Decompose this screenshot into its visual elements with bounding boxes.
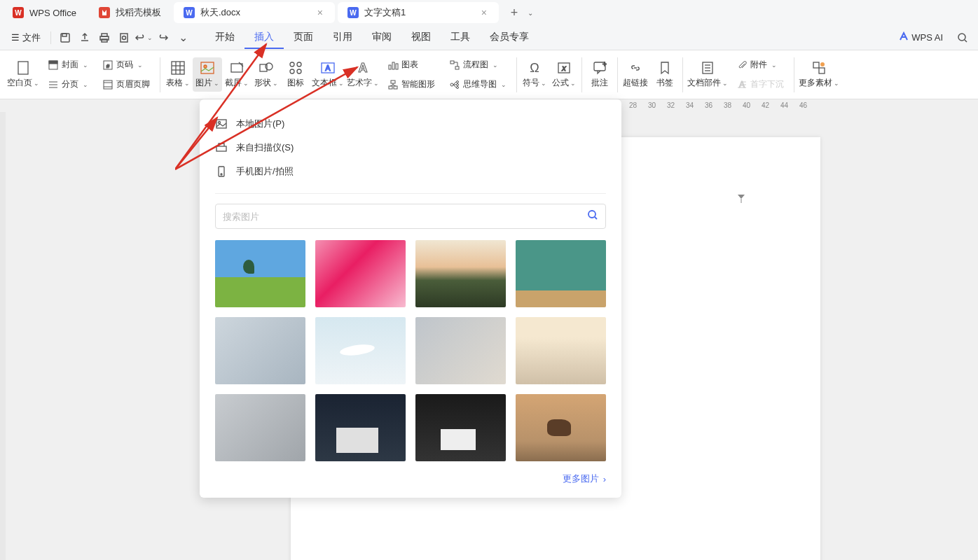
stock-image-thinking[interactable] <box>415 394 506 461</box>
page-number-button[interactable]: #页码⌄ <box>99 56 153 74</box>
svg-rect-65 <box>813 62 819 68</box>
wordart-button[interactable]: A 艺术字⌄ <box>345 57 380 92</box>
more-quick-access[interactable]: ⌄ <box>173 28 193 48</box>
tab-insert[interactable]: 插入 <box>245 27 284 49</box>
svg-rect-47 <box>455 66 459 69</box>
ruler-tick: 28 <box>629 102 637 109</box>
flowchart-button[interactable]: 流程图⌄ <box>446 56 509 74</box>
mindmap-button[interactable]: 思维导图⌄ <box>446 76 509 94</box>
ruler-tick: 40 <box>743 102 750 109</box>
search-icon[interactable] <box>587 209 598 223</box>
item-label: 本地图片(P) <box>236 118 284 130</box>
print-preview-icon[interactable] <box>114 28 134 48</box>
add-tab-button[interactable]: + <box>506 4 523 21</box>
hamburger-icon: ☰ <box>11 32 20 43</box>
stock-image-cheering[interactable] <box>315 394 406 461</box>
label: 分页 <box>62 78 78 90</box>
save-icon[interactable] <box>55 28 75 48</box>
separator <box>160 57 160 92</box>
stock-image-horse[interactable] <box>516 394 606 461</box>
more-images-link[interactable]: 更多图片 › <box>200 461 621 485</box>
break-button[interactable]: 分页⌄ <box>45 76 91 94</box>
blank-page-button[interactable]: 空白页⌄ <box>6 57 41 92</box>
ruler-tick: 42 <box>762 102 769 109</box>
close-icon[interactable]: × <box>479 8 489 18</box>
picture-dropdown: 本地图片(P) 来自扫描仪(S) 手机图片/拍照 更多图片 › <box>200 99 621 498</box>
tab-document-2[interactable]: W 文字文稿1 × <box>338 2 499 23</box>
symbol-button[interactable]: Ω 符号⌄ <box>520 57 549 92</box>
search-images-field[interactable] <box>215 204 606 229</box>
cursor-indicator <box>738 195 745 203</box>
stock-image-windmills[interactable] <box>415 240 506 307</box>
svg-rect-43 <box>391 80 395 83</box>
tab-wps-office[interactable]: W WPS Office <box>3 2 86 23</box>
tab-tools[interactable]: 工具 <box>441 27 480 49</box>
stock-image-airplane[interactable] <box>315 317 406 384</box>
stock-image-tree[interactable] <box>215 240 305 307</box>
docparts-button[interactable]: 文档部件⌄ <box>686 57 729 92</box>
close-icon[interactable]: × <box>315 8 325 18</box>
screenshot-icon <box>229 60 245 76</box>
tab-references[interactable]: 引用 <box>323 27 362 49</box>
search-input[interactable] <box>223 211 587 222</box>
shapes-button[interactable]: 形状⌄ <box>252 57 281 92</box>
local-picture-item[interactable]: 本地图片(P) <box>200 112 621 136</box>
file-menu[interactable]: ☰ 文件 <box>6 31 46 44</box>
tab-view[interactable]: 视图 <box>401 27 441 49</box>
more-materials-button[interactable]: 更多素材⌄ <box>797 57 841 92</box>
chart-button[interactable]: 图表 <box>385 56 438 74</box>
label: 艺术字 <box>347 78 372 88</box>
tab-templates[interactable]: 找稻壳模板 <box>89 2 171 23</box>
svg-rect-23 <box>172 62 184 74</box>
label: 符号 <box>523 78 539 88</box>
stock-image-tulips[interactable] <box>315 240 406 307</box>
stock-image-chalkboard[interactable] <box>516 240 606 307</box>
label: 批注 <box>591 77 608 89</box>
ruler-tick: 46 <box>799 102 807 109</box>
bookmark-button[interactable]: 书签 <box>650 57 680 92</box>
smartart-button[interactable]: 智能图形 <box>385 76 438 94</box>
tab-review[interactable]: 审阅 <box>362 27 401 49</box>
textbox-button[interactable]: A 文本框⌄ <box>310 57 345 92</box>
search-button[interactable] <box>953 28 972 48</box>
stock-image-phone[interactable] <box>215 317 305 384</box>
redo-button[interactable] <box>153 28 173 48</box>
tab-member[interactable]: 会员专享 <box>480 27 539 49</box>
icons-button[interactable]: 图标 <box>281 57 310 92</box>
comment-button[interactable]: + 批注 <box>585 57 614 92</box>
tab-page[interactable]: 页面 <box>284 27 323 49</box>
header-footer-button[interactable]: 页眉页脚 <box>99 76 153 94</box>
shapes-icon <box>259 60 274 76</box>
screenshot-button[interactable]: 截屏⌄ <box>222 57 252 92</box>
wps-ai-button[interactable]: WPS AI <box>895 31 947 43</box>
svg-point-29 <box>204 65 207 68</box>
table-button[interactable]: 表格⌄ <box>163 57 193 92</box>
attachment-button[interactable]: 附件⌄ <box>734 56 787 74</box>
stock-image-signing[interactable] <box>415 317 506 384</box>
undo-button[interactable]: ⌄ <box>134 28 153 48</box>
mindmap-icon <box>449 79 460 90</box>
dropcap-icon: A <box>736 79 748 90</box>
tab-home[interactable]: 开始 <box>205 27 245 49</box>
label: 更多素材 <box>799 78 832 88</box>
stock-image-gym[interactable] <box>516 317 606 384</box>
print-icon[interactable] <box>95 28 114 48</box>
svg-text:W: W <box>186 9 193 17</box>
phone-picture-item[interactable]: 手机图片/拍照 <box>200 160 621 183</box>
file-label: 文件 <box>22 31 41 44</box>
tab-document-1[interactable]: W 秋天.docx × <box>174 2 335 23</box>
insert-ribbon: 空白页⌄ 封面⌄ 分页⌄ #页码⌄ 页眉页脚 表格⌄ 图片⌄ 截屏⌄ 形状⌄ 图… <box>0 50 978 99</box>
picture-button[interactable]: 图片⌄ <box>193 57 222 92</box>
dropcap-button: A首字下沉 <box>734 76 787 94</box>
add-tab-menu[interactable]: ⌄ <box>525 9 535 17</box>
stock-image-hands[interactable] <box>215 394 305 461</box>
cover-button[interactable]: 封面⌄ <box>45 56 91 74</box>
hyperlink-button[interactable]: 超链接 <box>621 57 650 92</box>
export-icon[interactable] <box>75 28 95 48</box>
from-scanner-item[interactable]: 来自扫描仪(S) <box>200 136 621 160</box>
equation-button[interactable]: x 公式⌄ <box>549 57 579 92</box>
svg-text:A: A <box>359 61 368 75</box>
table-icon <box>170 60 186 76</box>
svg-point-33 <box>290 62 294 66</box>
bookmark-icon <box>657 60 673 76</box>
